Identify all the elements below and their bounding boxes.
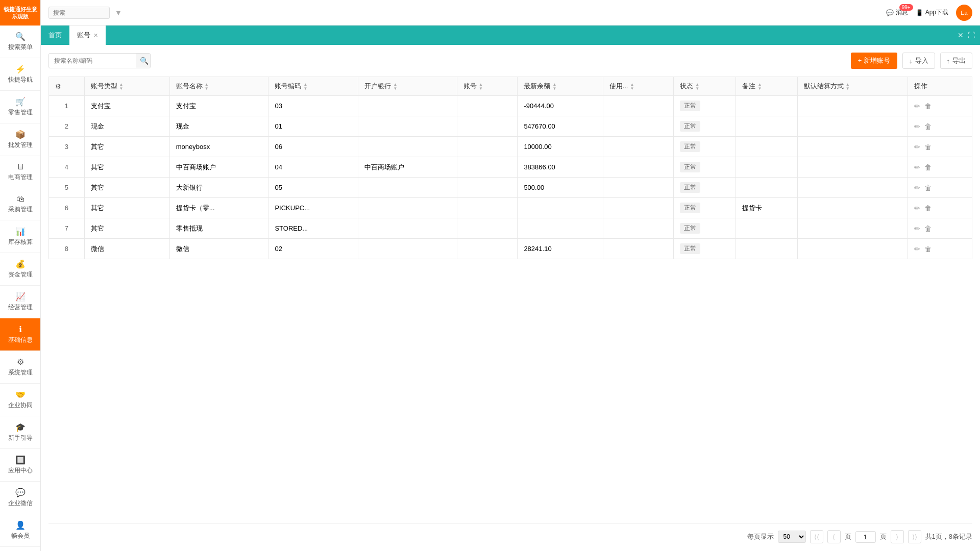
cell-balance: 383866.00 xyxy=(518,157,603,178)
cell-balance: 500.00 xyxy=(518,178,603,198)
sort-icon-balance[interactable]: ▲▼ xyxy=(552,83,556,91)
delete-icon[interactable]: 🗑 xyxy=(924,245,932,253)
user-avatar[interactable]: Ea xyxy=(956,5,972,21)
status-badge: 正常 xyxy=(680,243,700,254)
sidebar-item-3[interactable]: 📦批发管理 xyxy=(0,123,40,156)
cell-action[interactable]: ✏🗑 xyxy=(908,239,972,259)
maximize-icon[interactable]: ⛶ xyxy=(968,31,975,39)
sidebar-item-11[interactable]: 🤝企业协同 xyxy=(0,384,40,416)
sort-icon-account[interactable]: ▲▼ xyxy=(479,83,483,91)
sidebar-icon-15: 👤 xyxy=(3,520,38,530)
cell-usage xyxy=(603,218,674,239)
sidebar-item-13[interactable]: 🔲应用中心 xyxy=(0,449,40,482)
cell-action[interactable]: ✏🗑 xyxy=(908,96,972,116)
delete-icon[interactable]: 🗑 xyxy=(924,184,932,192)
edit-icon[interactable]: ✏ xyxy=(914,122,920,131)
sidebar-item-10[interactable]: ⚙系统管理 xyxy=(0,351,40,384)
edit-icon[interactable]: ✏ xyxy=(914,163,920,171)
cell-balance: 547670.00 xyxy=(518,116,603,137)
cell-action[interactable]: ✏🗑 xyxy=(908,157,972,178)
page-input[interactable] xyxy=(855,531,876,543)
edit-icon[interactable]: ✏ xyxy=(914,184,920,192)
table-row: 7其它零售抵现STORED...正常✏🗑 xyxy=(49,218,972,239)
app-download-button[interactable]: 📱 App下载 xyxy=(916,8,948,17)
next-page-button[interactable]: ⟩ xyxy=(891,530,904,543)
col-payment[interactable]: 默认结算方式▲▼ xyxy=(797,77,908,96)
delete-icon[interactable]: 🗑 xyxy=(924,122,932,131)
sidebar-item-2[interactable]: 🛒零售管理 xyxy=(0,91,40,123)
sort-icon-code[interactable]: ▲▼ xyxy=(303,83,307,91)
export-button[interactable]: ↑ 导出 xyxy=(940,53,973,69)
sort-icon-usage[interactable]: ▲▼ xyxy=(630,83,634,91)
delete-icon[interactable]: 🗑 xyxy=(924,102,932,110)
sidebar-item-9[interactable]: ℹ基础信息 xyxy=(0,318,40,351)
last-page-button[interactable]: ⟩⟩ xyxy=(908,530,921,543)
prev-page-button[interactable]: ⟨ xyxy=(827,530,841,543)
sidebar-item-7[interactable]: 💰资金管理 xyxy=(0,253,40,286)
col-account[interactable]: 账号▲▼ xyxy=(457,77,518,96)
sidebar-item-8[interactable]: 📈经营管理 xyxy=(0,286,40,318)
col-bank[interactable]: 开户银行▲▼ xyxy=(358,77,457,96)
edit-icon[interactable]: ✏ xyxy=(914,102,920,110)
col-remark[interactable]: 备注▲▼ xyxy=(736,77,797,96)
col-balance[interactable]: 最新余额▲▼ xyxy=(518,77,603,96)
edit-icon[interactable]: ✏ xyxy=(914,204,920,212)
message-button[interactable]: 💬 消息 99+ xyxy=(886,8,908,17)
cell-remark xyxy=(736,116,797,137)
first-page-button[interactable]: ⟨⟨ xyxy=(810,530,823,543)
sidebar-item-14[interactable]: 💬企业微信 xyxy=(0,482,40,514)
sidebar-item-1[interactable]: ⚡快捷导航 xyxy=(0,58,40,91)
go-to-label: 页 xyxy=(880,532,887,541)
cell-status: 正常 xyxy=(674,218,736,239)
sort-icon-remark[interactable]: ▲▼ xyxy=(757,83,762,91)
edit-icon[interactable]: ✏ xyxy=(914,143,920,151)
col-label-status: 状态 xyxy=(680,82,693,90)
sort-icon-type[interactable]: ▲▼ xyxy=(119,83,124,91)
add-account-button[interactable]: + 新增账号 xyxy=(851,53,897,69)
search-button[interactable]: 🔍 xyxy=(136,54,151,68)
top-search-dropdown[interactable]: ▼ xyxy=(115,9,122,17)
sort-icon-payment[interactable]: ▲▼ xyxy=(846,83,850,91)
cell-action[interactable]: ✏🗑 xyxy=(908,116,972,137)
sort-icon-status[interactable]: ▲▼ xyxy=(695,83,699,91)
close-window-icon[interactable]: ✕ xyxy=(958,31,964,39)
cell-action[interactable]: ✏🗑 xyxy=(908,218,972,239)
sort-icon-bank[interactable]: ▲▼ xyxy=(393,83,397,91)
col-usage[interactable]: 使用...▲▼ xyxy=(603,77,674,96)
cell-action[interactable]: ✏🗑 xyxy=(908,178,972,198)
sidebar-item-4[interactable]: 🖥电商管理 xyxy=(0,156,40,188)
col-name[interactable]: 账号名称▲▼ xyxy=(169,77,268,96)
cell-name: 大新银行 xyxy=(169,178,268,198)
sidebar-item-5[interactable]: 🛍采购管理 xyxy=(0,188,40,220)
col-type[interactable]: 账号类型▲▼ xyxy=(84,77,169,96)
delete-icon[interactable]: 🗑 xyxy=(924,143,932,151)
sidebar-item-6[interactable]: 📊库存核算 xyxy=(0,220,40,253)
import-label: 导入 xyxy=(915,56,928,65)
search-box: 🔍 xyxy=(48,53,151,68)
page-size-select[interactable]: 102050100 xyxy=(778,531,806,543)
edit-icon[interactable]: ✏ xyxy=(914,245,920,253)
import-button[interactable]: ↓ 导入 xyxy=(902,53,935,69)
col-code[interactable]: 账号编码▲▼ xyxy=(268,77,358,96)
delete-icon[interactable]: 🗑 xyxy=(924,204,932,212)
tab-account[interactable]: 账号 ✕ xyxy=(69,26,106,45)
delete-icon[interactable]: 🗑 xyxy=(924,163,932,171)
delete-icon[interactable]: 🗑 xyxy=(924,224,932,233)
cell-bank xyxy=(358,116,457,137)
cell-action[interactable]: ✏🗑 xyxy=(908,198,972,218)
cell-action[interactable]: ✏🗑 xyxy=(908,137,972,157)
table-row: 5其它大新银行05500.00正常✏🗑 xyxy=(49,178,972,198)
page-size-label: 每页显示 xyxy=(747,532,774,541)
sidebar-item-15[interactable]: 👤畅会员 xyxy=(0,514,40,547)
search-input[interactable] xyxy=(49,54,136,67)
top-search-input[interactable] xyxy=(48,7,110,19)
sidebar-item-0[interactable]: 🔍搜索菜单 xyxy=(0,26,40,58)
close-icon[interactable]: ✕ xyxy=(93,32,98,39)
edit-icon[interactable]: ✏ xyxy=(914,224,920,233)
col-status[interactable]: 状态▲▼ xyxy=(674,77,736,96)
settings-icon[interactable]: ⚙ xyxy=(55,83,61,90)
tab-home[interactable]: 首页 xyxy=(41,26,69,45)
sort-icon-name[interactable]: ▲▼ xyxy=(205,83,209,91)
sidebar-item-12[interactable]: 🎓新手引导 xyxy=(0,416,40,449)
export-icon: ↑ xyxy=(947,57,950,65)
